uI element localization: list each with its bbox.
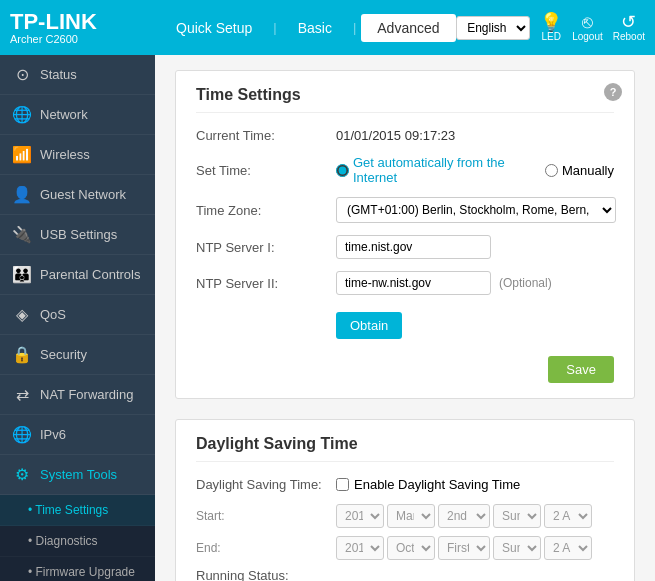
dst-end-time[interactable]: 2 AM [544, 536, 592, 560]
time-settings-help-icon[interactable]: ? [604, 83, 622, 101]
dst-end-day[interactable]: Sun [493, 536, 541, 560]
obtain-button[interactable]: Obtain [336, 312, 402, 339]
radio-auto-label[interactable]: Get automatically from the Internet [336, 155, 530, 185]
timezone-select[interactable]: (GMT+01:00) Berlin, Stockholm, Rome, Ber… [336, 197, 616, 223]
dst-start-year[interactable]: 2015 [336, 504, 384, 528]
ntp1-input[interactable] [336, 235, 491, 259]
usb-icon: 🔌 [12, 225, 32, 244]
current-time-row: Current Time: 01/01/2015 09:17:23 [196, 128, 614, 143]
running-status-row: Running Status: [196, 568, 614, 581]
ntp2-label: NTP Server II: [196, 276, 336, 291]
dst-title: Daylight Saving Time [196, 435, 614, 462]
network-icon: 🌐 [12, 105, 32, 124]
qos-icon: ◈ [12, 305, 32, 324]
nat-icon: ⇄ [12, 385, 32, 404]
sidebar: ⊙ Status 🌐 Network 📶 Wireless 👤 Guest Ne… [0, 55, 155, 581]
sidebar-item-ipv6[interactable]: 🌐 IPv6 [0, 415, 155, 455]
tp-link-logo: TP-LINK [10, 11, 160, 33]
nav-tabs: Quick Setup | Basic | Advanced [160, 14, 456, 42]
radio-manual[interactable] [545, 164, 558, 177]
wireless-icon: 📶 [12, 145, 32, 164]
security-icon: 🔒 [12, 345, 32, 364]
guest-network-icon: 👤 [12, 185, 32, 204]
manual-label-text: Manually [562, 163, 614, 178]
dst-card: Daylight Saving Time Daylight Saving Tim… [175, 419, 635, 581]
time-settings-save-row: Save [196, 351, 614, 383]
logout-icon: ⎋ [582, 13, 593, 31]
dst-start-label: Start: [196, 509, 336, 523]
time-settings-card: ? Time Settings Current Time: 01/01/2015… [175, 70, 635, 399]
led-icon: 💡 [540, 13, 562, 31]
dst-start-day[interactable]: Sun [493, 504, 541, 528]
timezone-row: Time Zone: (GMT+01:00) Berlin, Stockholm… [196, 197, 614, 223]
sidebar-item-usb-settings[interactable]: 🔌 USB Settings [0, 215, 155, 255]
obtain-row: Obtain [196, 307, 614, 339]
reboot-button[interactable]: ↺ Reboot [613, 13, 645, 42]
set-time-radio-group: Get automatically from the Internet Manu… [336, 155, 614, 185]
sidebar-item-qos[interactable]: ◈ QoS [0, 295, 155, 335]
main-content: ? Time Settings Current Time: 01/01/2015… [155, 55, 655, 581]
dst-enable-row: Daylight Saving Time: Enable Daylight Sa… [196, 477, 614, 492]
main-layout: ⊙ Status 🌐 Network 📶 Wireless 👤 Guest Ne… [0, 55, 655, 581]
model-name: Archer C2600 [10, 33, 160, 45]
dst-enable-check-label[interactable]: Enable Daylight Saving Time [336, 477, 520, 492]
set-time-row: Set Time: Get automatically from the Int… [196, 155, 614, 185]
led-button[interactable]: 💡 LED [540, 13, 562, 42]
current-time-label: Current Time: [196, 128, 336, 143]
set-time-label: Set Time: [196, 163, 336, 178]
dst-start-time[interactable]: 2 AM [544, 504, 592, 528]
ntp2-optional: (Optional) [499, 276, 552, 290]
dst-end-row: End: 2015 Oct First Sun 2 AM [196, 536, 614, 560]
ntp2-input[interactable] [336, 271, 491, 295]
sidebar-item-nat-forwarding[interactable]: ⇄ NAT Forwarding [0, 375, 155, 415]
sidebar-sub-diagnostics[interactable]: • Diagnostics [0, 526, 155, 557]
nav-advanced[interactable]: Advanced [361, 14, 455, 42]
header: TP-LINK Archer C2600 Quick Setup | Basic… [0, 0, 655, 55]
dst-end-month[interactable]: Oct [387, 536, 435, 560]
dst-enable-text: Enable Daylight Saving Time [354, 477, 520, 492]
ntp1-row: NTP Server I: [196, 235, 614, 259]
running-status-label: Running Status: [196, 568, 336, 581]
ntp1-label: NTP Server I: [196, 240, 336, 255]
sidebar-item-parental-controls[interactable]: 👪 Parental Controls [0, 255, 155, 295]
auto-label-text: Get automatically from the Internet [353, 155, 530, 185]
radio-manual-label[interactable]: Manually [545, 163, 614, 178]
dst-start-row: Start: 2015 Mar 2nd Sun 2 AM [196, 504, 614, 528]
sidebar-item-status[interactable]: ⊙ Status [0, 55, 155, 95]
sidebar-item-security[interactable]: 🔒 Security [0, 335, 155, 375]
dst-start-week[interactable]: 2nd [438, 504, 490, 528]
system-tools-icon: ⚙ [12, 465, 32, 484]
time-settings-title: Time Settings [196, 86, 614, 113]
reboot-icon: ↺ [621, 13, 636, 31]
dst-start-month[interactable]: Mar [387, 504, 435, 528]
dst-end-selects: 2015 Oct First Sun 2 AM [336, 536, 592, 560]
ntp2-row: NTP Server II: (Optional) [196, 271, 614, 295]
dst-start-selects: 2015 Mar 2nd Sun 2 AM [336, 504, 592, 528]
current-time-value: 01/01/2015 09:17:23 [336, 128, 455, 143]
parental-icon: 👪 [12, 265, 32, 284]
status-icon: ⊙ [12, 65, 32, 84]
sidebar-sub-time-settings[interactable]: • Time Settings [0, 495, 155, 526]
radio-auto[interactable] [336, 164, 349, 177]
nav-basic[interactable]: Basic [282, 14, 348, 42]
sidebar-sub-menu: • Time Settings • Diagnostics • Firmware… [0, 495, 155, 581]
dst-enable-label: Daylight Saving Time: [196, 477, 336, 492]
dst-enable-checkbox[interactable] [336, 478, 349, 491]
dst-end-week[interactable]: First [438, 536, 490, 560]
header-right: English 💡 LED ⎋ Logout ↺ Reboot [456, 13, 645, 42]
nav-quick-setup[interactable]: Quick Setup [160, 14, 268, 42]
sidebar-item-guest-network[interactable]: 👤 Guest Network [0, 175, 155, 215]
sidebar-item-network[interactable]: 🌐 Network [0, 95, 155, 135]
sidebar-sub-firmware-upgrade[interactable]: • Firmware Upgrade [0, 557, 155, 581]
time-settings-save-button[interactable]: Save [548, 356, 614, 383]
sidebar-item-wireless[interactable]: 📶 Wireless [0, 135, 155, 175]
sidebar-item-system-tools[interactable]: ⚙ System Tools [0, 455, 155, 495]
dst-end-label: End: [196, 541, 336, 555]
language-select[interactable]: English [456, 16, 530, 40]
ipv6-icon: 🌐 [12, 425, 32, 444]
dst-end-year[interactable]: 2015 [336, 536, 384, 560]
logout-button[interactable]: ⎋ Logout [572, 13, 603, 42]
timezone-label: Time Zone: [196, 203, 336, 218]
logo-area: TP-LINK Archer C2600 [10, 11, 160, 45]
